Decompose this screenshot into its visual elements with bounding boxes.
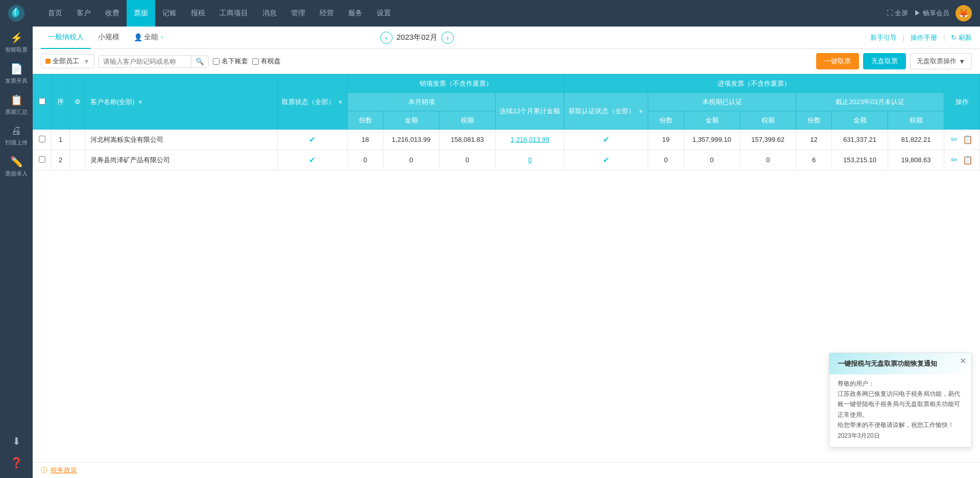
footer-label[interactable]: 税务政策 — [51, 466, 77, 475]
scan-icon: 🖨 — [11, 125, 21, 137]
nav-tax[interactable]: 报税 — [184, 0, 212, 27]
row-checkbox[interactable] — [33, 130, 52, 150]
prev-month-btn[interactable]: ‹ — [380, 32, 393, 44]
nav-management[interactable]: 管理 — [284, 0, 312, 27]
new-guide-btn[interactable]: 新手引导 — [870, 33, 897, 42]
accounts-checkbox[interactable] — [213, 58, 219, 65]
next-month-btn[interactable]: › — [442, 32, 454, 44]
taxdisk-checkbox[interactable] — [252, 58, 259, 65]
status-check-icon: ✔ — [309, 135, 315, 144]
edit-icon[interactable]: ✏ — [951, 135, 958, 144]
tab-all-dropdown-icon[interactable]: ▼ — [159, 34, 165, 40]
row-purchase-cert-amount: 1,357,999.10 — [684, 130, 740, 150]
sub-header-right: 新手引导 | 操作手册 | ↻ 刷新 — [870, 33, 972, 42]
th-settings[interactable]: ⚙ — [70, 74, 85, 130]
row-purchase-uncert-count: 6 — [796, 150, 832, 170]
search-box: 🔍 — [99, 55, 209, 68]
current-date: 2023年02月 — [397, 33, 437, 42]
view-icon[interactable]: 📋 — [963, 156, 973, 164]
th-purchase-cert-amount: 金额 — [684, 111, 740, 130]
main-table: 序 ⚙ 客户名称(全部) ▼ 取票状态（全部） ▼ 销项发票（不含作废票） — [33, 74, 980, 170]
row-actions: ✏ 📋 — [944, 130, 980, 150]
th-purchase-group: 进项发票（不含作废票） — [565, 74, 944, 93]
row-settings[interactable] — [70, 130, 85, 150]
employee-dot — [45, 59, 51, 64]
status-check-icon: ✔ — [309, 156, 315, 164]
edit-icon[interactable]: ✏ — [951, 156, 958, 164]
checkbox-taxdisk[interactable]: 有税盘 — [252, 57, 281, 66]
sidebar-item-help[interactable]: ❓ — [0, 451, 33, 473]
notification-popup: 一键报税与无盘取票功能恢复通知 ✕ 尊敬的用户： 江苏政务网已恢复访问电子税务局… — [829, 353, 972, 447]
row-checkbox[interactable] — [33, 150, 52, 170]
tab-general[interactable]: 一般纳税人 — [41, 27, 91, 49]
checkbox-accounts[interactable]: 名下账套 — [213, 57, 248, 66]
toolbar-right: 一键取票 无盘取票 无盘取票操作 ▼ — [816, 53, 972, 69]
nav-collection[interactable]: 收费 — [98, 0, 127, 27]
nav-accounting[interactable]: 记账 — [155, 0, 184, 27]
row-client: 河北柯嵩栎实业有限公司 — [85, 130, 278, 150]
row-cert-status: ✔ — [565, 150, 648, 170]
employee-select[interactable]: 全部员工 ▼ — [41, 54, 94, 68]
one-click-fetch-btn[interactable]: 一键取票 — [816, 53, 859, 69]
th-sales-cumulative: 连续12个月累计金额 — [496, 93, 565, 130]
sidebar-item-invoice-open[interactable]: 📄 发票开具 — [0, 58, 33, 89]
user-avatar[interactable]: 🦊 — [955, 5, 972, 21]
manual-btn[interactable]: 操作手册 — [911, 33, 937, 42]
row-purchase-uncert-amount: 153,215.10 — [832, 150, 888, 170]
sidebar-item-data-entry[interactable]: ✏️ 票据录入 — [0, 150, 33, 182]
nav-business[interactable]: 工商项目 — [212, 0, 255, 27]
sidebar-item-smart-fetch[interactable]: ⚡ 智能取票 — [0, 27, 33, 58]
th-purchase-cert-group: 本税期已认证 — [648, 93, 796, 111]
no-disk-fetch-btn[interactable]: 无盘取票 — [863, 53, 906, 69]
tab-all[interactable]: 👤 全能 ▼ — [127, 27, 172, 49]
nav-settings[interactable]: 设置 — [370, 0, 398, 27]
search-input[interactable] — [99, 56, 191, 67]
nav-home[interactable]: 首页 — [41, 0, 69, 27]
sidebar-item-download[interactable]: ⬇ — [0, 430, 33, 451]
cert-status-check-icon: ✔ — [603, 135, 609, 144]
vip-btn[interactable]: ▶ 畅享会员 — [914, 9, 949, 18]
sidebar-item-invoice-summary[interactable]: 📋 票据汇总 — [0, 89, 33, 120]
th-purchase-uncert-count: 份数 — [796, 111, 832, 130]
row-settings[interactable] — [70, 150, 85, 170]
nav-message[interactable]: 消息 — [255, 0, 284, 27]
notif-header: 一键报税与无盘取票功能恢复通知 ✕ — [829, 353, 971, 374]
select-all-checkbox[interactable] — [39, 98, 45, 105]
notif-close-btn[interactable]: ✕ — [960, 356, 966, 366]
row-sales-tax: 0 — [439, 150, 496, 170]
row-sales-cumulative[interactable]: 0 — [496, 150, 565, 170]
row-purchase-cert-count: 0 — [648, 150, 684, 170]
search-button[interactable]: 🔍 — [191, 56, 208, 67]
row-cert-status: ✔ — [565, 130, 648, 150]
row-sales-cumulative[interactable]: 1,216,013.99 — [496, 130, 565, 150]
sidebar: ⚡ 智能取票 📄 发票开具 📋 票据汇总 🖨 扫描上传 ✏️ 票据录入 ⬇ ❓ — [0, 0, 33, 478]
ops-dropdown-icon: ▼ — [959, 58, 965, 65]
row-purchase-uncert-amount: 631,337.21 — [832, 130, 888, 150]
row-purchase-cert-count: 19 — [648, 130, 684, 150]
client-filter-icon[interactable]: ▼ — [137, 99, 143, 105]
cert-filter-icon[interactable]: ▼ — [638, 108, 644, 114]
th-purchase-uncert-group: 截止2023年03月未认证 — [796, 93, 944, 111]
nav-service[interactable]: 服务 — [341, 0, 370, 27]
notif-body: 尊敬的用户： 江苏政务网已恢复访问电子税务局功能，易代账一键登陆电子税务局与无盘… — [829, 374, 971, 447]
nav-client[interactable]: 客户 — [69, 0, 98, 27]
th-sales-group: 销项发票（不含作废票） — [348, 74, 565, 93]
sub-header: 一般纳税人 小规模 👤 全能 ▼ ‹ 2023年02月 › 新手引导 | 操作手… — [33, 27, 980, 49]
view-icon[interactable]: 📋 — [963, 135, 973, 144]
sidebar-bottom: ⬇ ❓ — [0, 430, 33, 478]
th-no: 序 — [52, 74, 70, 130]
th-sales-tax: 税额 — [439, 111, 496, 130]
refresh-btn[interactable]: ↻ 刷新 — [951, 33, 972, 42]
sidebar-item-label: 票据录入 — [5, 170, 28, 178]
th-client: 客户名称(全部) ▼ — [85, 74, 278, 130]
fullscreen-btn[interactable]: ⛶ 全屏 — [887, 9, 909, 18]
th-sales-amount: 金额 — [383, 111, 439, 130]
no-disk-ops-btn[interactable]: 无盘取票操作 ▼ — [910, 53, 972, 69]
th-status: 取票状态（全部） ▼ — [277, 74, 348, 130]
tab-small[interactable]: 小规模 — [91, 27, 127, 49]
nav-operation[interactable]: 经营 — [312, 0, 341, 27]
cert-status-check-icon: ✔ — [603, 156, 609, 164]
status-filter-icon[interactable]: ▼ — [337, 99, 343, 105]
sidebar-item-scan-upload[interactable]: 🖨 扫描上传 — [0, 120, 33, 150]
nav-invoice[interactable]: 票据 — [127, 0, 155, 27]
